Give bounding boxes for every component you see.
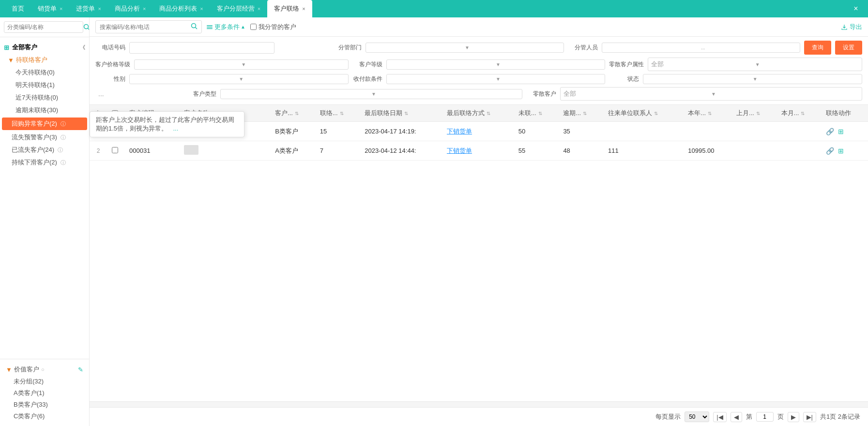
row2-link-icon[interactable]: 🔗 xyxy=(826,147,834,155)
filter-retail-attr: 零散客户属性 全部 ▼ xyxy=(609,58,862,71)
my-customers-checkbox[interactable] xyxy=(250,24,257,30)
page-number-input[interactable] xyxy=(756,412,774,422)
row2-grid-icon[interactable]: ⊞ xyxy=(838,147,844,155)
more-filter-button[interactable]: 更多条件 ▲ xyxy=(207,23,245,31)
main-search-icon[interactable] xyxy=(191,23,198,31)
payment-select[interactable]: ▼ xyxy=(386,74,606,84)
manager-select[interactable]: ... xyxy=(602,43,800,53)
col-header-contact-count[interactable]: 联络... ⇅ xyxy=(315,105,360,122)
more-conditions-btn[interactable]: ... xyxy=(95,90,107,98)
tooltip-more-link[interactable]: ... xyxy=(173,125,178,132)
nav-customer-contact[interactable]: 客户联络 × xyxy=(267,0,312,17)
prev-page-button[interactable]: ◀ xyxy=(731,412,742,422)
my-customers-filter[interactable]: 我分管的客户 xyxy=(250,23,296,31)
dept-select[interactable]: ▼ xyxy=(365,43,564,53)
close-product-analysis-list-icon[interactable]: × xyxy=(200,6,203,12)
retail-select[interactable]: 全部 ▼ xyxy=(560,87,862,101)
nav-sales[interactable]: 销货单 × xyxy=(31,0,69,17)
row1-last-method[interactable]: 下销货单 xyxy=(442,122,514,141)
row2-checkbox[interactable] xyxy=(107,141,124,161)
nav-product-analysis-list[interactable]: 商品分析列表 × xyxy=(152,0,210,17)
row2-this-month xyxy=(777,141,822,161)
price-level-select[interactable]: ▼ xyxy=(134,59,349,70)
value-customer-header[interactable]: ▼ 价值客户 ○ ✎ xyxy=(4,363,85,376)
first-page-button[interactable]: |◀ xyxy=(713,412,726,422)
sidebar-repurchase-abnormal[interactable]: 回购异常客户(2) ⓘ xyxy=(2,118,87,130)
nav-customer-tier[interactable]: 客户分层经营 × xyxy=(210,0,267,17)
sort-type-icon: ⇅ xyxy=(295,111,299,116)
col-header-this-month[interactable]: 本月... ⇅ xyxy=(777,105,822,122)
row2-name[interactable] xyxy=(179,141,270,161)
row2-this-year: 10995.00 xyxy=(683,141,731,161)
row1-overdue: 35 xyxy=(558,122,603,141)
retail-attr-select[interactable]: 全部 ▼ xyxy=(648,58,862,71)
col-header-overdue[interactable]: 逾期... ⇅ xyxy=(558,105,603,122)
phone-input[interactable] xyxy=(129,42,274,54)
nav-purchase[interactable]: 进货单 × xyxy=(69,0,107,17)
col-header-uncontacted[interactable]: 未联... ⇅ xyxy=(514,105,559,122)
sidebar-week[interactable]: 近7天待联络(0) xyxy=(4,91,89,104)
sidebar-tomorrow[interactable]: 明天待联络(1) xyxy=(4,79,89,91)
tree-all-customers[interactable]: ⊞ 全部客户 《 xyxy=(0,41,89,54)
sidebar-today[interactable]: 今天待联络(0) xyxy=(4,66,89,79)
settings-button[interactable]: 设置 xyxy=(835,41,862,55)
close-purchase-icon[interactable]: × xyxy=(98,6,101,12)
page-size-select[interactable]: 20 50 100 200 xyxy=(685,411,709,422)
pending-contact-header[interactable]: ▼ 待联络客户 xyxy=(4,54,89,66)
sidebar-overdue[interactable]: 逾期未联络(30) xyxy=(4,104,89,117)
payment-arrow-icon: ▼ xyxy=(496,76,602,82)
col-header-last-date[interactable]: 最后联络日期 ⇅ xyxy=(360,105,442,122)
sidebar-search-input[interactable] xyxy=(4,21,83,33)
tooltip-box: 距客户上次交易时长，超过了此客户的平均交易周期的1.5倍，则视为异常。 ... xyxy=(90,111,244,137)
row1-link-icon[interactable]: 🔗 xyxy=(826,128,834,135)
filter-customer-level: 客户等级 ▼ xyxy=(352,59,606,70)
row2-last-method[interactable]: 下销货单 xyxy=(442,141,514,161)
sidebar-type-c[interactable]: C类客户(6) xyxy=(4,411,85,422)
collapse-icon[interactable]: 《 xyxy=(80,44,85,51)
sidebar-churned[interactable]: 已流失客户(24) ⓘ xyxy=(0,144,89,156)
col-header-last-method[interactable]: 最后联络方式 ⇅ xyxy=(442,105,514,122)
gender-select[interactable]: ▼ xyxy=(129,74,349,84)
customer-level-select[interactable]: ▼ xyxy=(386,59,606,70)
close-product-analysis-icon[interactable]: × xyxy=(143,6,146,12)
nav-product-analysis[interactable]: 商品分析 × xyxy=(108,0,152,17)
sidebar-type-b[interactable]: B类客户(33) xyxy=(4,399,85,411)
churned-info-icon: ⓘ xyxy=(58,147,63,153)
sidebar-type-a[interactable]: A类客户(1) xyxy=(4,387,85,399)
query-button[interactable]: 查询 xyxy=(804,41,831,55)
close-sales-icon[interactable]: × xyxy=(60,6,62,12)
customer-type-select[interactable]: ▼ xyxy=(220,89,522,99)
grid-icon: ⊞ xyxy=(4,44,9,51)
sidebar-tree: ⊞ 全部客户 《 ▼ 待联络客户 今天待联络(0) 明天待联络(1) 近7天待联… xyxy=(0,37,89,359)
row2-code[interactable]: 000031 xyxy=(124,141,179,161)
value-arrow-icon: ▼ xyxy=(6,366,12,373)
nav-home[interactable]: 首页 xyxy=(5,0,31,17)
col-header-unit-contact[interactable]: 往来单位联系人 ⇅ xyxy=(603,105,683,122)
col-header-last-month[interactable]: 上月... ⇅ xyxy=(731,105,777,122)
right-content: 更多条件 ▲ 我分管的客户 导出 电话号码 xyxy=(90,17,868,426)
status-select[interactable]: ▼ xyxy=(643,74,862,84)
main-search-input[interactable] xyxy=(100,24,189,30)
next-page-button[interactable]: ▶ xyxy=(788,412,799,422)
edit-icon[interactable]: ✎ xyxy=(78,366,83,373)
sidebar-churn-warning[interactable]: 流失预警客户(3) ⓘ xyxy=(0,131,89,144)
last-page-button[interactable]: ▶| xyxy=(803,412,816,422)
sidebar-search-icon[interactable] xyxy=(83,21,90,33)
row2-uncontacted: 55 xyxy=(514,141,559,161)
window-close-button[interactable]: × xyxy=(849,1,863,16)
retail-attr-arrow-icon: ▼ xyxy=(755,62,859,67)
sidebar-declining[interactable]: 持续下滑客户(2) ⓘ xyxy=(0,156,89,169)
close-customer-tier-icon[interactable]: × xyxy=(258,6,260,12)
row2-checkbox-input[interactable] xyxy=(112,147,118,153)
row1-grid-icon[interactable]: ⊞ xyxy=(838,128,844,135)
svg-rect-4 xyxy=(207,25,213,26)
col-header-this-year[interactable]: 本年... ⇅ xyxy=(683,105,731,122)
col-header-type[interactable]: 客户... ⇅ xyxy=(270,105,315,122)
row2-actions: 🔗 ⊞ xyxy=(821,141,868,161)
sidebar-ungrouped[interactable]: 未分组(32) xyxy=(4,376,85,387)
close-customer-contact-icon[interactable]: × xyxy=(302,6,305,12)
export-button[interactable]: 导出 xyxy=(841,23,862,31)
horizontal-scrollbar[interactable] xyxy=(90,401,868,407)
row1-uncontacted: 50 xyxy=(514,122,559,141)
pending-contact-section: ▼ 待联络客户 今天待联络(0) 明天待联络(1) 近7天待联络(0) 逾期未联… xyxy=(0,54,89,117)
